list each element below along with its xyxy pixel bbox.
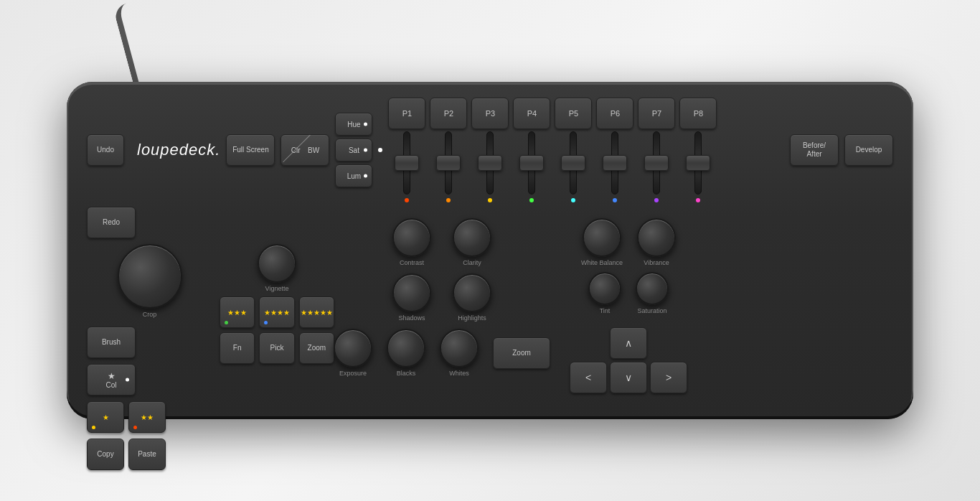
p2-slider[interactable] (445, 131, 452, 195)
star4-icon: ★★★★ (264, 309, 290, 317)
blacks-label: Blacks (397, 370, 416, 377)
hue-button[interactable]: Hue (335, 113, 372, 136)
star2-icon: ★★ (141, 413, 154, 421)
white-balance-group: White Balance (581, 218, 623, 266)
p8-slider[interactable] (694, 131, 702, 195)
p2-led (446, 198, 451, 202)
vibrance-knob[interactable] (637, 218, 676, 257)
star2-button[interactable]: ★★ (128, 401, 166, 433)
p1-led (405, 198, 409, 202)
saturation-label: Saturation (637, 307, 666, 314)
p1-thumb (395, 155, 419, 171)
copy-button[interactable]: Copy (87, 439, 124, 470)
p7-slider[interactable] (653, 131, 660, 195)
p5-led (571, 198, 575, 202)
p5-thumb (561, 155, 585, 171)
star3-icon: ★★★ (227, 309, 247, 317)
sat-button[interactable]: Sat (335, 139, 372, 161)
shadows-label: Shadows (398, 314, 425, 322)
p-sliders-section: P1 P2 P3 (388, 98, 717, 202)
tint-knob[interactable] (588, 272, 621, 305)
p4-button[interactable]: P4 (513, 98, 550, 129)
star1-icon: ★ (103, 413, 109, 421)
star5-button[interactable]: ★★★★★ (299, 296, 334, 328)
highlights-knob[interactable] (453, 273, 491, 312)
highlights-label: Highlights (458, 314, 486, 322)
zoom-button[interactable]: Zoom (493, 337, 550, 369)
p6-column: P6 (596, 98, 633, 202)
p8-column: P8 (679, 98, 717, 202)
vibrance-label: Vibrance (644, 259, 669, 266)
nav-right-button[interactable]: > (650, 362, 687, 393)
p3-led (488, 198, 492, 202)
logo-area: loupedeck. (130, 141, 220, 159)
paste-button[interactable]: Paste (128, 439, 166, 470)
p1-slider[interactable] (403, 131, 410, 195)
undo-button[interactable]: Undo (87, 134, 124, 166)
star4-button[interactable]: ★★★★ (259, 296, 294, 328)
full-screen-button[interactable]: Full Screen (226, 134, 275, 166)
exposure-label: Exposure (339, 370, 367, 377)
fn-pick-zoom-row: Fn Pick Zoom (220, 332, 334, 364)
p4-slider[interactable] (528, 131, 535, 195)
p3-column: P3 (471, 98, 509, 202)
clr-bw-button[interactable]: Clr BW (281, 134, 329, 166)
vignette-knob[interactable] (258, 244, 296, 283)
mode-indicator (378, 148, 382, 152)
clarity-label: Clarity (463, 259, 481, 266)
loupedeck-device: Undo loupedeck. Full Screen Clr BW Hue (67, 82, 913, 419)
p1-button[interactable]: P1 (388, 98, 425, 129)
zoom-small-button[interactable]: Zoom (299, 332, 334, 364)
fn-button[interactable]: Fn (220, 332, 255, 364)
star3-indicator (225, 321, 228, 324)
p4-thumb (519, 155, 544, 171)
row-contrast-clarity: Contrast Clarity (392, 218, 491, 266)
p7-thumb (644, 155, 669, 171)
p1-column: P1 (388, 98, 425, 202)
shadows-knob[interactable] (392, 273, 431, 312)
exposure-knob[interactable] (334, 329, 372, 367)
p3-slider[interactable] (486, 131, 494, 195)
star1-indicator (92, 426, 95, 429)
left-section: Redo Crop Brush ★ Col ★ (87, 207, 212, 470)
top-row: Undo loupedeck. Full Screen Clr BW Hue (87, 98, 893, 202)
develop-button[interactable]: Develop (844, 134, 893, 166)
redo-button[interactable]: Redo (87, 207, 136, 238)
nav-up-button[interactable]: ∧ (610, 327, 647, 359)
star1-button[interactable]: ★ (87, 401, 124, 433)
contrast-knob[interactable] (392, 218, 431, 257)
star4-indicator (264, 321, 268, 324)
p7-column: P7 (638, 98, 675, 202)
p6-slider[interactable] (611, 131, 618, 195)
nav-left-button[interactable]: < (570, 362, 607, 393)
saturation-knob[interactable] (636, 272, 669, 305)
p2-button[interactable]: P2 (430, 98, 467, 129)
whites-knob[interactable] (440, 329, 479, 367)
blacks-knob[interactable] (387, 329, 425, 367)
brush-button[interactable]: Brush (87, 327, 136, 358)
lum-button[interactable]: Lum (335, 164, 372, 187)
pick-button[interactable]: Pick (259, 332, 294, 364)
p3-button[interactable]: P3 (471, 98, 509, 129)
crop-knob[interactable] (118, 244, 182, 309)
white-balance-knob[interactable] (583, 218, 621, 257)
nav-down-button[interactable]: ∨ (610, 362, 647, 393)
star3-button[interactable]: ★★★ (220, 296, 255, 328)
p8-button[interactable]: P8 (679, 98, 717, 129)
center-knobs-section: Contrast Clarity Shadows Highli (341, 218, 542, 470)
p6-button[interactable]: P6 (596, 98, 633, 129)
star2-indicator (133, 426, 137, 429)
whites-label: Whites (449, 370, 469, 377)
p5-slider[interactable] (570, 131, 577, 195)
star-col-button[interactable]: ★ Col (87, 364, 136, 395)
p2-column: P2 (430, 98, 467, 202)
p5-button[interactable]: P5 (555, 98, 592, 129)
tint-saturation-row: Tint Saturation (550, 272, 707, 314)
before-after-button[interactable]: Before/ After (790, 134, 839, 166)
brand-logo: loupedeck. (137, 141, 220, 159)
vibrance-group: Vibrance (637, 218, 676, 266)
p7-button[interactable]: P7 (638, 98, 675, 129)
p6-led (613, 198, 617, 202)
clarity-knob[interactable] (453, 218, 491, 257)
clarity-group: Clarity (453, 218, 491, 266)
